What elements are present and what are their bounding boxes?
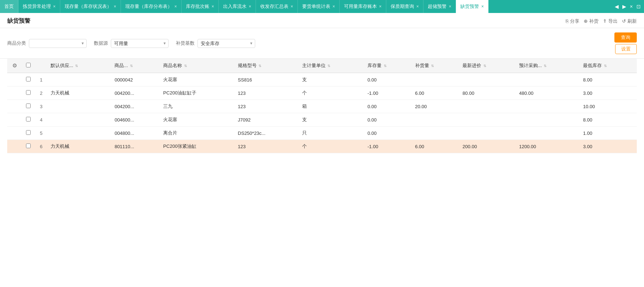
tab-overstock[interactable]: 超储预警 × xyxy=(423,0,456,13)
row-latest-price-cell xyxy=(460,73,516,87)
tab-expiry-query[interactable]: 保质期查询 × xyxy=(386,0,423,13)
tab-shortage-close[interactable]: × xyxy=(481,4,484,9)
tab-recv-summary-close[interactable]: × xyxy=(291,4,293,9)
tab-available-ledger-label: 可用量库存账本 xyxy=(344,3,377,10)
tab-next-button[interactable]: ▶ xyxy=(621,3,628,10)
col-goods-name: 商品名称 ⇅ xyxy=(160,59,235,73)
col-min-stock-label: 最低库存 xyxy=(583,63,602,68)
row-replenish-qty-cell xyxy=(412,73,460,87)
tab-order-stats-close[interactable]: × xyxy=(332,4,335,9)
col-unit-sort-icon[interactable]: ⇅ xyxy=(327,64,330,68)
tab-prev-button[interactable]: ◀ xyxy=(613,3,621,10)
column-settings-icon[interactable]: ⚙ xyxy=(12,62,17,69)
tab-overstock-label: 超储预警 xyxy=(428,3,447,10)
tab-close-all-button[interactable]: × xyxy=(628,3,635,10)
row-checkbox-0[interactable] xyxy=(26,77,31,81)
tab-shortage[interactable]: 缺货预警 × xyxy=(456,0,488,13)
refresh-action[interactable]: ↺ 刷新 xyxy=(622,18,637,25)
row-estimated-purchase-cell: 480.00 xyxy=(516,87,580,100)
table-row: 6 力天机械 801110... PC200张紧油缸 123 个 -1.00 6… xyxy=(7,140,637,153)
shortage-table: ⚙ 默认供应... ⇅ 商品... ⇅ 商品名称 xyxy=(7,59,637,153)
row-goods-code-cell: 004600... xyxy=(112,113,160,127)
replenish-icon: ⊕ xyxy=(584,18,588,24)
tab-exception[interactable]: 拣货异常处理 × xyxy=(18,0,60,13)
col-spec-sort-icon[interactable]: ⇅ xyxy=(258,64,261,68)
row-unit-cell: 个 xyxy=(299,87,365,100)
replenish-base-filter-label: 补货基数 xyxy=(176,40,195,47)
tab-home[interactable]: 首页 xyxy=(0,0,18,13)
tab-batch-account-close[interactable]: × xyxy=(212,4,214,9)
tab-inventory-dist[interactable]: 现存量（库存分布表） × xyxy=(121,0,182,13)
col-goods-name-sort-icon[interactable]: ⇅ xyxy=(184,64,187,68)
row-spec-cell: SS816 xyxy=(235,73,299,87)
tab-expiry-query-close[interactable]: × xyxy=(416,4,419,9)
row-checkbox-4[interactable] xyxy=(26,130,31,135)
row-unit-cell: 只 xyxy=(299,127,365,140)
filter-area: 商品分类 数据源 可用量 库存量 补货基数 安全库存 最低库存 xyxy=(0,28,644,59)
tab-inout-flow[interactable]: 出入库流水 × xyxy=(219,0,256,13)
row-goods-code-cell: 0000042 xyxy=(112,73,160,87)
query-button[interactable]: 查询 xyxy=(614,32,637,43)
row-goods-name-cell: 火花塞 xyxy=(160,113,235,127)
col-stock-qty-sort-icon[interactable]: ⇅ xyxy=(384,64,387,68)
row-checkbox-3[interactable] xyxy=(26,117,31,122)
category-select[interactable] xyxy=(29,39,87,48)
col-goods-name-label: 商品名称 xyxy=(163,63,182,68)
row-min-stock-cell: 8.00 xyxy=(580,73,637,87)
row-spec-cell: 123 xyxy=(235,140,299,153)
tab-restore-button[interactable]: ⊡ xyxy=(635,3,643,10)
col-replenish-qty-sort-icon[interactable]: ⇅ xyxy=(431,64,434,68)
row-min-stock-cell: 3.00 xyxy=(580,87,637,100)
col-default-supplier-sort-icon[interactable]: ⇅ xyxy=(75,64,78,68)
tab-available-ledger-close[interactable]: × xyxy=(379,4,382,9)
tab-inventory-status[interactable]: 现存量（库存状况表） × xyxy=(60,0,121,13)
tab-inout-flow-label: 出入库流水 xyxy=(223,3,247,10)
row-estimated-purchase-cell xyxy=(516,73,580,87)
share-action[interactable]: ⎘ 分享 xyxy=(566,18,579,25)
row-replenish-qty-cell xyxy=(412,113,460,127)
tab-overstock-close[interactable]: × xyxy=(449,4,451,9)
row-goods-name-cell: PC200张紧油缸 xyxy=(160,140,235,153)
col-unit: 主计量单位 ⇅ xyxy=(299,59,365,73)
tab-exception-close[interactable]: × xyxy=(53,4,56,9)
tab-available-ledger[interactable]: 可用量库存账本 × xyxy=(340,0,386,13)
table-header-row: ⚙ 默认供应... ⇅ 商品... ⇅ 商品名称 xyxy=(7,59,637,73)
replenish-label: 补货 xyxy=(589,18,599,25)
tab-batch-account[interactable]: 库存批次账 × xyxy=(182,0,219,13)
row-checkbox-5[interactable] xyxy=(26,144,31,148)
row-settings-cell xyxy=(7,140,22,153)
replenish-base-select[interactable]: 安全库存 最低库存 xyxy=(197,39,255,48)
select-all-checkbox[interactable] xyxy=(26,63,31,67)
tab-inventory-status-label: 现存量（库存状况表） xyxy=(65,3,112,10)
col-estimated-purchase-sort-icon[interactable]: ⇅ xyxy=(544,64,547,68)
row-checkbox-1[interactable] xyxy=(26,90,31,95)
tab-inventory-status-close[interactable]: × xyxy=(114,4,116,9)
row-stock-qty-cell: 0.00 xyxy=(365,127,412,140)
tab-inout-flow-close[interactable]: × xyxy=(249,4,251,9)
row-goods-name-cell: 三九 xyxy=(160,100,235,113)
page-title: 缺货预警 xyxy=(7,17,30,25)
tab-exception-label: 拣货异常处理 xyxy=(23,3,51,10)
col-latest-price-sort-icon[interactable]: ⇅ xyxy=(483,64,486,68)
refresh-label: 刷新 xyxy=(627,18,637,25)
row-stock-qty-cell: -1.00 xyxy=(365,140,412,153)
row-goods-code-cell: 004200... xyxy=(112,87,160,100)
row-goods-code-cell: 004800... xyxy=(112,127,160,140)
row-settings-cell xyxy=(7,113,22,127)
row-spec-cell: DS250*23c... xyxy=(235,127,299,140)
share-label: 分享 xyxy=(570,18,579,25)
tab-order-stats[interactable]: 要货单统计表 × xyxy=(298,0,340,13)
row-checkbox-2[interactable] xyxy=(26,103,31,108)
row-num-cell: 4 xyxy=(35,113,48,127)
tab-recv-summary[interactable]: 收发存汇总表 × xyxy=(256,0,298,13)
col-min-stock-sort-icon[interactable]: ⇅ xyxy=(604,64,607,68)
row-estimated-purchase-cell: 1200.00 xyxy=(516,140,580,153)
export-action[interactable]: ⇑ 导出 xyxy=(603,18,618,25)
col-goods-code-sort-icon[interactable]: ⇅ xyxy=(130,64,133,68)
datasource-select[interactable]: 可用量 库存量 xyxy=(111,39,169,48)
table-row: 1 0000042 火花塞 SS816 支 0.00 8.00 xyxy=(7,73,637,87)
col-default-supplier-label: 默认供应... xyxy=(51,63,73,68)
replenish-action[interactable]: ⊕ 补货 xyxy=(584,18,599,25)
tab-inventory-dist-close[interactable]: × xyxy=(174,4,177,9)
settings-button[interactable]: 设置 xyxy=(615,44,637,54)
